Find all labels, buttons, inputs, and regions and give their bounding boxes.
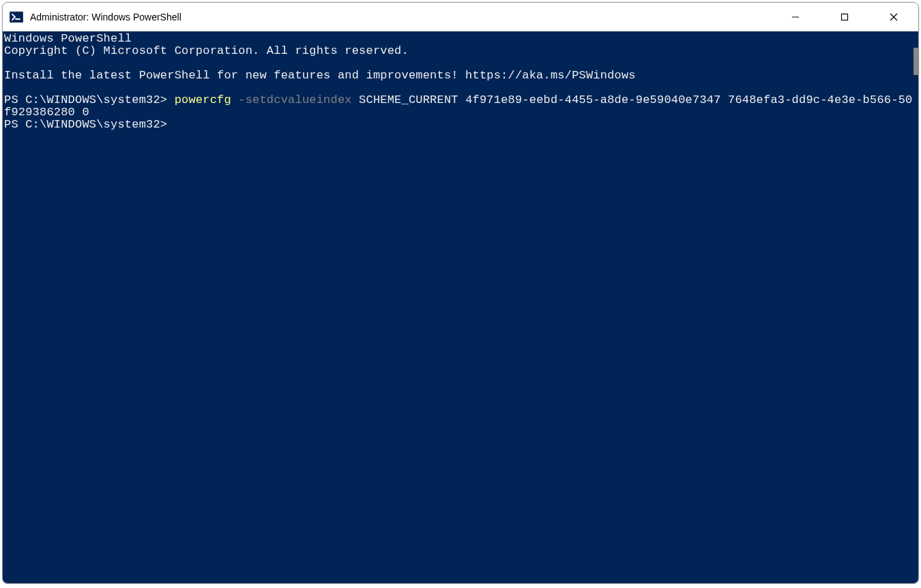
command-name: powercfg: [175, 93, 231, 106]
maximize-button[interactable]: [820, 3, 869, 31]
powershell-window: Administrator: Windows PowerShell Window…: [2, 2, 919, 584]
close-button[interactable]: [869, 3, 918, 31]
scrollbar-thumb[interactable]: [913, 48, 919, 75]
window-title: Administrator: Windows PowerShell: [30, 12, 771, 23]
close-icon: [890, 13, 898, 21]
terminal-copyright-line: Copyright (C) Microsoft Corporation. All…: [4, 44, 409, 57]
terminal-prompt: PS C:\WINDOWS\system32>: [4, 93, 175, 106]
titlebar[interactable]: Administrator: Windows PowerShell: [3, 3, 918, 31]
minimize-button[interactable]: [771, 3, 820, 31]
command-flag: -setdcvalueindex: [231, 93, 352, 106]
svg-rect-3: [842, 14, 848, 20]
window-controls: [771, 3, 918, 31]
minimize-icon: [791, 13, 800, 21]
terminal-header-line: Windows PowerShell: [4, 32, 132, 45]
terminal-install-line: Install the latest PowerShell for new fe…: [4, 69, 636, 82]
terminal-prompt: PS C:\WINDOWS\system32>: [4, 118, 167, 131]
terminal-output[interactable]: Windows PowerShell Copyright (C) Microso…: [3, 31, 918, 583]
svg-rect-0: [10, 12, 23, 23]
maximize-icon: [840, 13, 849, 21]
powershell-icon: [10, 10, 23, 24]
